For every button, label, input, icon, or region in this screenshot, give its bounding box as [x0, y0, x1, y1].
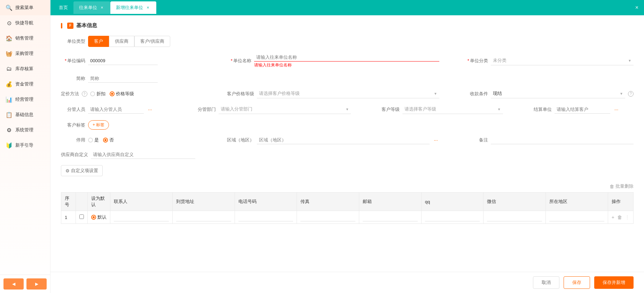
- payment-help-icon[interactable]: ?: [628, 91, 634, 97]
- unit-category-arrow: ▼: [628, 59, 631, 63]
- pricing-radio-discount[interactable]: 折扣: [90, 91, 105, 97]
- unit-code-input[interactable]: [88, 57, 158, 65]
- pricing-radio-level[interactable]: 价格等级: [110, 91, 134, 97]
- col-qq: qq: [421, 193, 484, 211]
- unit-name-group: *单位名称 请输入往来单位名称: [227, 53, 439, 68]
- sidebar-item-purchase[interactable]: 🧺 采购管理: [0, 46, 50, 61]
- sidebar-bottom: ◀ ▶: [0, 275, 50, 293]
- tab-partners-close[interactable]: ×: [99, 5, 105, 10]
- sidebar-item-quick-nav[interactable]: ⊙ 快捷导航: [0, 15, 50, 31]
- price-level-placeholder: 请选择客户价格等级: [259, 90, 434, 97]
- payment-select[interactable]: 现结 ▼: [491, 89, 625, 98]
- sidebar-item-inventory[interactable]: 🗂 库存核算: [0, 61, 50, 76]
- alias-group: 简称: [61, 74, 634, 83]
- price-level-group: 客户价格等级 请选择客户价格等级 ▼: [227, 89, 439, 98]
- row-phone-input[interactable]: [238, 213, 293, 221]
- disable-group: 停用 是 否: [61, 137, 203, 143]
- sidebar-label-search: 搜索菜单: [15, 5, 33, 11]
- disable-no-circle: [103, 138, 108, 143]
- settlement-input[interactable]: [555, 105, 610, 114]
- tab-new-partner-close[interactable]: ×: [145, 5, 151, 10]
- supplier-custom-label: 供应商自定义: [61, 152, 88, 158]
- alias-input[interactable]: [88, 74, 158, 83]
- customer-level-arrow: ▼: [497, 107, 501, 111]
- row-fax-input[interactable]: [300, 213, 355, 221]
- unit-type-group: 单位类型 客户 供应商 客户/供应商: [61, 36, 634, 47]
- section-icon: F: [67, 23, 73, 29]
- batch-delete-button[interactable]: 🗑 批量删除: [610, 183, 634, 189]
- price-level-arrow: ▼: [434, 92, 437, 96]
- section-bar: [61, 23, 62, 29]
- supplier-custom-input[interactable]: [91, 150, 195, 159]
- pricing-radio-level-circle: [110, 91, 115, 96]
- content-area: F 基本信息 单位类型 客户 供应商 客户/供应商 *单位编码: [50, 15, 644, 272]
- disable-yes[interactable]: 是: [88, 137, 99, 143]
- window-close-button[interactable]: ×: [633, 3, 641, 12]
- area-input[interactable]: [257, 136, 430, 144]
- row-default-radio-label[interactable]: 默认: [91, 214, 107, 220]
- row-region: [546, 211, 608, 224]
- row-add-icon[interactable]: +: [612, 214, 614, 220]
- settlement-more-btn[interactable]: ···: [613, 107, 620, 112]
- save-new-button[interactable]: 保存并新增: [594, 276, 634, 289]
- dept-select[interactable]: 请输入分管部门 ▼: [219, 105, 351, 114]
- row-qq-input[interactable]: [425, 213, 480, 221]
- sidebar-item-guide[interactable]: 🔰 新手引导: [0, 138, 50, 153]
- cancel-button[interactable]: 取消: [533, 276, 559, 289]
- unit-code-label: *单位编码: [61, 58, 85, 64]
- sidebar-bottom-btn1[interactable]: ◀: [3, 278, 24, 290]
- tag-add-button[interactable]: + 标签: [88, 120, 109, 130]
- sidebar-item-basic-info[interactable]: 📋 基础信息: [0, 107, 50, 122]
- alias-row: 简称: [61, 74, 634, 83]
- sidebar-item-search[interactable]: 🔍 搜索菜单: [0, 0, 50, 15]
- manager-more-btn[interactable]: ···: [147, 107, 154, 112]
- main-area: 首页 往来单位 × 新增往来单位 × × F 基本信息 单位类型 客户 供应商: [50, 0, 644, 293]
- row-email-input[interactable]: [363, 213, 418, 221]
- manager-input[interactable]: [88, 105, 144, 114]
- unit-category-label: *单位分类: [464, 58, 488, 64]
- sidebar-bottom-btn2[interactable]: ▶: [26, 278, 47, 290]
- manager-label: 分管人员: [61, 106, 85, 113]
- pricing-help-icon[interactable]: ?: [82, 91, 87, 97]
- unit-category-select[interactable]: 未分类 ▼: [491, 56, 634, 65]
- col-region: 所在地区: [546, 193, 608, 211]
- table-section: 🗑 批量删除 序号 设为默认 联系人 到货地址 电话号码 传真 邮箱 qq: [61, 183, 634, 224]
- row-address-input[interactable]: [176, 213, 231, 221]
- row-region-input[interactable]: [549, 213, 604, 221]
- unit-type-customer[interactable]: 客户: [88, 36, 109, 47]
- custom-settings-button[interactable]: ⚙ 自定义项设置: [61, 165, 103, 176]
- sidebar-item-system[interactable]: ⚙ 系统管理: [0, 122, 50, 138]
- settings-gear-icon: ⚙: [65, 168, 70, 173]
- tab-partners[interactable]: 往来单位 ×: [73, 1, 110, 14]
- customer-level-select[interactable]: 请选择客户等级 ▼: [402, 105, 503, 114]
- row-contact-input[interactable]: [114, 213, 169, 221]
- disable-no[interactable]: 否: [103, 137, 114, 143]
- price-level-select[interactable]: 请选择客户价格等级 ▼: [257, 89, 439, 98]
- sidebar-item-operations[interactable]: 📊 经营管理: [0, 92, 50, 107]
- payment-label: 收款条件: [464, 91, 488, 97]
- code-name-row: *单位编码 *单位名称 请输入往来单位名称 *单位分类: [61, 53, 634, 68]
- area-label: 区域（地区）: [227, 137, 254, 143]
- unit-name-input[interactable]: [254, 53, 439, 62]
- area-more-btn[interactable]: ···: [432, 137, 439, 143]
- row-delete-icon[interactable]: 🗑: [617, 214, 622, 220]
- pricing-row: 定价方法 ? 折扣 价格等级 客户价格等级: [61, 89, 634, 98]
- unit-type-supplier[interactable]: 供应商: [109, 36, 134, 47]
- unit-code-group: *单位编码: [61, 57, 203, 65]
- unit-type-both[interactable]: 客户/供应商: [134, 36, 170, 47]
- row-checkbox[interactable]: [79, 214, 84, 219]
- manager-row: 分管人员 ··· 分管部门 请输入分管部门 ▼ 客户等级 请选择客户等级 ▼: [61, 105, 634, 114]
- save-button[interactable]: 保存: [564, 276, 590, 289]
- remark-group: 备注: [464, 136, 634, 144]
- row-wechat-input[interactable]: [487, 213, 542, 221]
- tab-new-partner[interactable]: 新增往来单位 ×: [110, 1, 156, 14]
- sidebar-item-finance[interactable]: 💰 资金管理: [0, 76, 50, 92]
- pricing-group: 定价方法 ? 折扣 价格等级: [61, 91, 203, 97]
- tab-home[interactable]: 首页: [53, 1, 73, 14]
- row-phone: [235, 211, 297, 224]
- unit-category-group: *单位分类 未分类 ▼: [464, 56, 634, 65]
- col-wechat: 微信: [484, 193, 546, 211]
- remark-input[interactable]: [491, 136, 634, 144]
- inventory-icon: 🗂: [6, 65, 13, 72]
- sidebar-item-sales[interactable]: 🏠 销售管理: [0, 31, 50, 46]
